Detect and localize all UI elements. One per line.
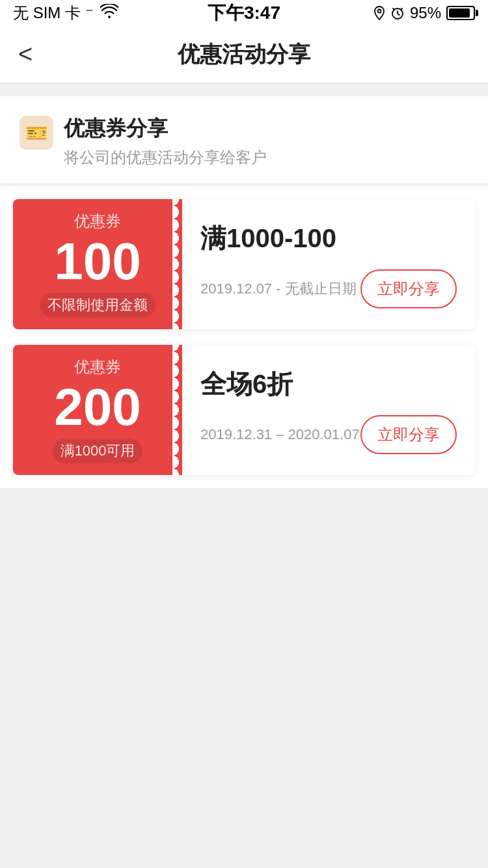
coupon-list: 优惠券 100 不限制使用金额 满1000-100 2019.12.07 - 无… <box>0 186 488 488</box>
coupon-meta-1: 2019.12.07 - 无截止日期 立即分享 <box>200 269 457 308</box>
back-button[interactable]: < <box>18 40 33 68</box>
coupon-left-1: 优惠券 100 不限制使用金额 <box>13 199 182 329</box>
coupon-amount-2: 200 <box>54 381 141 433</box>
coupon-name-1: 满1000-100 <box>200 221 457 256</box>
coupon-label-1: 优惠券 <box>74 211 121 232</box>
coupon-date-1: 2019.12.07 - 无截止日期 <box>200 279 360 299</box>
coupon-name-2: 全场6折 <box>200 366 457 402</box>
svg-point-0 <box>377 10 381 13</box>
no-sim-text: 无 SIM 卡 ⁻ <box>13 3 94 23</box>
coupon-card-1: 优惠券 100 不限制使用金额 满1000-100 2019.12.07 - 无… <box>13 199 475 329</box>
battery-icon <box>446 6 475 20</box>
status-time: 下午3:47 <box>208 1 280 25</box>
status-bar: 无 SIM 卡 ⁻ 下午3:47 95% <box>0 0 488 26</box>
status-right: 95% <box>373 4 475 22</box>
section-icon: 🎫 <box>20 116 53 150</box>
alarm-icon <box>390 6 405 20</box>
coupon-right-2: 全场6折 2019.12.31 – 2020.01.07 立即分享 <box>182 345 475 475</box>
coupon-meta-2: 2019.12.31 – 2020.01.07 立即分享 <box>200 415 457 454</box>
share-button-1[interactable]: 立即分享 <box>360 269 457 308</box>
coupon-condition-2: 满1000可用 <box>53 439 143 463</box>
location-icon <box>373 6 385 20</box>
coupon-label-2: 优惠券 <box>74 357 121 377</box>
coupon-card-2: 优惠券 200 满1000可用 全场6折 2019.12.31 – 2020.0… <box>13 345 475 475</box>
coupon-date-2: 2019.12.31 – 2020.01.07 <box>200 426 360 443</box>
section-text: 优惠券分享 将公司的优惠活动分享给客户 <box>64 115 267 168</box>
share-button-2[interactable]: 立即分享 <box>360 415 457 454</box>
coupon-left-2: 优惠券 200 满1000可用 <box>13 345 182 475</box>
section-header: 🎫 优惠券分享 将公司的优惠活动分享给客户 <box>0 96 488 183</box>
wifi-icon <box>100 4 118 22</box>
page-title: 优惠活动分享 <box>178 40 310 70</box>
bottom-area <box>0 488 488 852</box>
status-left: 无 SIM 卡 ⁻ <box>13 3 118 23</box>
nav-bar: < 优惠活动分享 <box>0 26 488 83</box>
battery-percent: 95% <box>410 4 441 22</box>
section-title: 优惠券分享 <box>64 115 267 143</box>
coupon-amount-1: 100 <box>54 236 141 288</box>
coupon-condition-1: 不限制使用金额 <box>40 293 156 318</box>
coupon-right-1: 满1000-100 2019.12.07 - 无截止日期 立即分享 <box>182 199 475 329</box>
section-subtitle: 将公司的优惠活动分享给客户 <box>64 147 267 168</box>
